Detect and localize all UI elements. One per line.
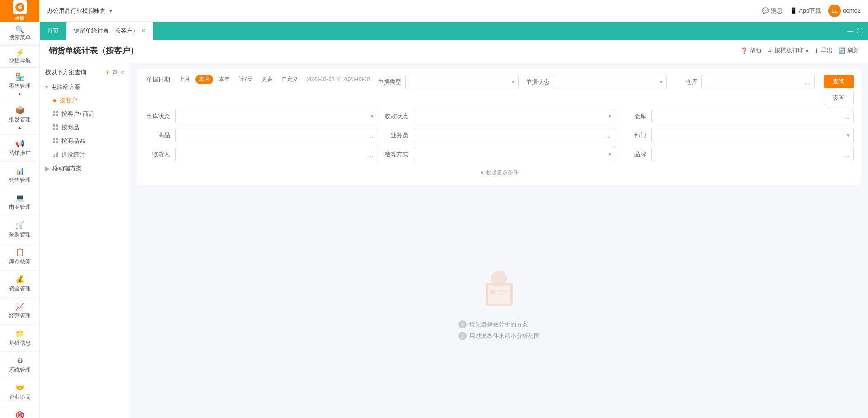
svg-rect-17: [57, 152, 58, 157]
collapse-bar[interactable]: ∧ 收起更多条件: [145, 166, 854, 179]
svg-rect-11: [56, 138, 58, 140]
tree-mobile-group[interactable]: ▶ 移动端方案: [40, 162, 130, 175]
tree-desktop-group[interactable]: ▾ 电脑端方案: [40, 80, 130, 94]
sidebar-item-search[interactable]: 🔍 搜索菜单: [0, 22, 39, 46]
sidebar-item-purchase[interactable]: 🛒 采购管理: [0, 216, 39, 243]
brand-select[interactable]: …: [651, 147, 854, 162]
nav-dropdown-icon[interactable]: ▾: [109, 8, 112, 14]
date-btn-custom[interactable]: 自定义: [278, 75, 302, 84]
empty-state: 1 请先选择要分析的方案 2 用过滤条件来缩小分析范围: [137, 190, 861, 411]
settings-button[interactable]: 设置: [824, 91, 854, 105]
svg-rect-24: [497, 293, 505, 295]
app-logo: 畅 标版: [0, 0, 39, 22]
sidebar-item-retail[interactable]: 🏪 零售管理 ▲: [0, 68, 39, 101]
order-type-select[interactable]: ▾: [405, 75, 519, 89]
salesperson-select[interactable]: …: [414, 128, 616, 142]
warehouse-select[interactable]: …: [701, 75, 815, 89]
tab-bar: 首页 销货单统计表（按客户） ✕ — ⛶: [40, 22, 868, 40]
tab-maximize-icon[interactable]: ⛶: [857, 28, 863, 34]
sidebar-item-sales[interactable]: 📊 销售管理: [0, 162, 39, 189]
avatar: Ea: [828, 5, 841, 17]
help-label: 帮助: [750, 47, 761, 55]
collapse-label: 收起更多条件: [486, 169, 519, 176]
sidebar-item-guide[interactable]: 🎯 新手引导: [0, 406, 39, 418]
by-customer-goods-icon: [52, 110, 59, 118]
tab-home-label: 首页: [47, 27, 59, 35]
collapse-panel-icon[interactable]: «: [121, 68, 124, 76]
sidebar-inventory-label: 库存核算: [9, 258, 31, 266]
user-profile[interactable]: Ea demo2: [828, 5, 861, 17]
top-header: 办公用品行业模拟账套 ▾ 💬 消息 📱 App下载 Ea demo2: [40, 0, 868, 22]
app-download-button[interactable]: 📱 App下载: [790, 7, 821, 15]
empty-illustration: [472, 261, 526, 315]
sidebar-item-wholesale[interactable]: 📦 批发管理 ▲: [0, 101, 39, 135]
tree-item-by-goods-99[interactable]: 按商品99: [47, 134, 130, 148]
basic-icon: 📁: [15, 329, 24, 338]
export-icon: ⬇: [814, 48, 819, 54]
sidebar-item-inventory[interactable]: 📋 库存核算: [0, 243, 39, 271]
print-icon: 🖨: [767, 48, 773, 54]
dept-select[interactable]: ▾: [651, 128, 854, 142]
by-customer-label: 按客户: [60, 96, 77, 104]
sidebar-item-business[interactable]: 📈 经营管理: [0, 298, 39, 325]
date-btn-this-year[interactable]: 本年: [215, 75, 233, 84]
sidebar-item-finance[interactable]: 💰 资金管理: [0, 271, 39, 298]
left-panel: 按以下方案查询 + ⚙ « ▾ 电脑端方案 ● 按客户: [40, 62, 130, 418]
svg-rect-6: [53, 124, 55, 127]
sidebar-item-quick-nav[interactable]: ⚡ 快捷导航: [0, 46, 39, 68]
step-2-label: 用过滤条件来缩小分析范围: [469, 332, 540, 340]
export-button[interactable]: ⬇ 导出: [814, 47, 833, 55]
tree-item-return-stat[interactable]: 退货统计: [47, 148, 130, 162]
tab-home[interactable]: 首页: [40, 22, 66, 40]
tree-item-by-goods[interactable]: 按商品: [47, 121, 130, 134]
consignee-select[interactable]: …: [175, 147, 377, 162]
tree-mobile-label: 移动端方案: [52, 164, 82, 172]
svg-rect-10: [53, 138, 55, 140]
retail-icon: 🏪: [15, 72, 24, 81]
message-button[interactable]: 💬 消息: [762, 7, 783, 15]
collect-status-select[interactable]: ▾: [414, 109, 616, 124]
date-btn-last-7-days[interactable]: 近7天: [235, 75, 256, 84]
tab-minimize-icon[interactable]: —: [847, 28, 853, 34]
page-header: 销货单统计表（按客户） ❓ 帮助 🖨 按模板打印 ▾ ⬇ 导出 🔄 刷新: [40, 40, 868, 62]
wholesale-arrow-icon: ▲: [18, 125, 22, 130]
logo-icon: 畅: [13, 0, 27, 14]
warehouse-select-2[interactable]: …: [651, 109, 854, 124]
svg-rect-14: [53, 156, 54, 157]
tab-close-icon[interactable]: ✕: [141, 28, 146, 34]
query-button[interactable]: 查询: [824, 75, 854, 88]
sidebar-item-system[interactable]: ⚙ 系统管理: [0, 352, 39, 379]
date-btn-more[interactable]: 更多: [258, 75, 276, 84]
tab-sales-stat[interactable]: 销货单统计表（按客户） ✕: [66, 22, 153, 40]
tree-item-by-customer[interactable]: ● 按客户: [47, 94, 130, 107]
date-btn-last-month[interactable]: 上月: [175, 75, 193, 84]
sidebar-business-label: 经营管理: [9, 312, 31, 320]
content-area: 销货单统计表（按客户） ❓ 帮助 🖨 按模板打印 ▾ ⬇ 导出 🔄 刷新: [40, 40, 868, 418]
ecommerce-icon: 💻: [15, 194, 24, 202]
sidebar-item-cooperation[interactable]: 🤝 企业协同: [0, 379, 39, 406]
settlement-select[interactable]: ▾: [414, 147, 616, 162]
sidebar-ecommerce-label: 电商管理: [9, 204, 31, 211]
purchase-icon: 🛒: [15, 221, 24, 229]
sidebar-item-marketing[interactable]: 📢 营销推广: [0, 135, 39, 162]
refresh-button[interactable]: 🔄 刷新: [838, 47, 859, 55]
sidebar-finance-label: 资金管理: [9, 285, 31, 293]
svg-rect-21: [495, 271, 504, 274]
out-status-label: 出库状态: [145, 112, 170, 120]
goods-select[interactable]: …: [175, 128, 377, 142]
date-btn-this-month[interactable]: 本月: [195, 75, 213, 84]
sidebar-item-ecommerce[interactable]: 💻 电商管理: [0, 189, 39, 216]
settings-scheme-icon[interactable]: ⚙: [112, 68, 118, 76]
add-scheme-icon[interactable]: +: [105, 68, 109, 76]
help-button[interactable]: ❓ 帮助: [741, 47, 761, 55]
sales-icon: 📊: [15, 166, 24, 175]
sidebar-item-basic[interactable]: 📁 基础信息: [0, 325, 39, 352]
filter-area: 单据日期 上月 本月 本年 近7天 更多 自定义 2023-03-01 至 20…: [137, 69, 861, 185]
tree-item-by-customer-goods[interactable]: 按客户+商品: [47, 107, 130, 121]
out-status-select[interactable]: ▾: [175, 109, 377, 124]
date-range-display: 2023-03-01 至 2023-03-31: [307, 76, 371, 83]
template-print-button[interactable]: 🖨 按模板打印 ▾: [767, 47, 809, 55]
order-status-select[interactable]: ▾: [553, 75, 666, 89]
consignee-label: 收货人: [145, 150, 170, 158]
order-status-arrow-icon: ▾: [660, 79, 663, 85]
